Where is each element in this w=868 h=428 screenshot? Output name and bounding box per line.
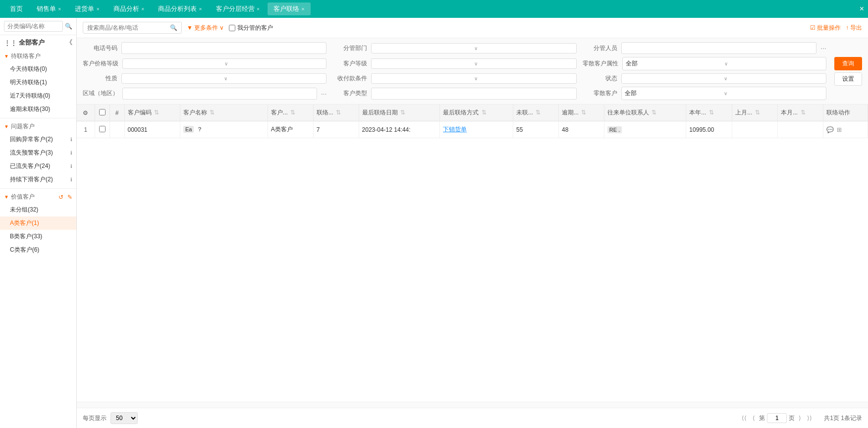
close-all-button[interactable]: × [860, 4, 864, 13]
sidebar-item-c-class[interactable]: C类客户(6) [0, 243, 76, 257]
filter-manager: 分管人员 ··· [583, 42, 826, 54]
not-contacted-column-header[interactable]: 未联... ⇅ [513, 105, 559, 121]
nature-select[interactable]: ∨ [121, 73, 326, 84]
status-select[interactable]: ∨ [621, 73, 826, 84]
sidebar-search-icon[interactable]: 🔍 [65, 23, 72, 30]
retail-customer-select[interactable]: 全部 ∨ [621, 87, 826, 100]
sidebar-item-declining[interactable]: 持续下滑客户(2) ℹ [0, 173, 76, 186]
nav-sales[interactable]: 销售单 × [31, 2, 67, 15]
this-month-column-header[interactable]: 本月... ⇅ [778, 105, 823, 121]
row-last-way-cell: 下销货单 [440, 121, 513, 138]
prev-page-button[interactable]: ⟨ [751, 414, 757, 423]
filter-retail-attr: 零散客户属性 全部 ∨ [583, 57, 826, 70]
sidebar-item-7days-contact[interactable]: 近7天待联络(0) [0, 89, 76, 103]
my-customers-check[interactable] [229, 25, 235, 31]
code-column-header[interactable]: 客户编码 ⇅ [124, 105, 180, 121]
gear-column-header[interactable]: ⚙ [77, 105, 95, 121]
status-arrow: ∨ [724, 76, 823, 81]
sidebar-search-input[interactable] [4, 21, 63, 32]
contact-count-column-header[interactable]: 联络... ⇅ [313, 105, 359, 121]
name-column-header[interactable]: 客户名称 ⇅ [180, 105, 268, 121]
main-content: 🔍 ▼ 更多条件 ∨ 我分管的客户 ☑ 批量操作 ↑ 导出 [77, 18, 868, 428]
nav-home[interactable]: 首页 [4, 2, 29, 15]
table-row: 1 000031 Ea ？ [77, 121, 868, 138]
grid-icon[interactable]: ⊞ [837, 126, 842, 133]
last-contact-way-column-header[interactable]: 最后联络方式 ⇅ [440, 105, 513, 121]
sidebar-item-tomorrow-contact[interactable]: 明天待联络(1) [0, 76, 76, 89]
row-index-cell [109, 121, 124, 138]
payment-select[interactable]: ∨ [371, 73, 576, 84]
customer-type-input[interactable] [371, 88, 576, 100]
main-search-box: 🔍 [83, 22, 182, 34]
action-column-header: 联络动作 [823, 105, 868, 121]
sidebar-item-b-class[interactable]: B类客户(33) [0, 230, 76, 243]
export-button[interactable]: ↑ 导出 [846, 24, 862, 32]
unit-contact-column-header[interactable]: 往来单位联系人 ⇅ [604, 105, 686, 121]
query-button[interactable]: 查询 [834, 57, 862, 70]
nav-customer-tier[interactable]: 客户分层经营 × [210, 2, 266, 15]
close-customer-contact-tab[interactable]: × [301, 6, 304, 12]
sidebar-item-a-class[interactable]: A类客户(1) [0, 216, 76, 230]
main-search-icon[interactable]: 🔍 [170, 24, 177, 31]
chat-icon[interactable]: 💬 [826, 126, 834, 133]
filter-retail-customer: 零散客户 全部 ∨ [583, 87, 826, 100]
phone-input[interactable] [121, 42, 326, 54]
nav-customer-contact[interactable]: 客户联络 × [268, 2, 310, 15]
sidebar-item-churned[interactable]: 已流失客户(24) ℹ [0, 160, 76, 173]
close-customer-tier-tab[interactable]: × [257, 6, 260, 12]
nav-purchase[interactable]: 进货单 × [69, 2, 105, 15]
main-search-input[interactable] [87, 24, 170, 31]
page-number-input[interactable] [767, 413, 787, 423]
manager-input[interactable] [621, 42, 817, 54]
edit-value-icon[interactable]: ✎ [67, 194, 72, 201]
dept-select[interactable]: ∨ [371, 43, 576, 54]
group-problem-customers: ▼ 问题客户 [0, 120, 76, 133]
row-actions-cell: 💬 ⊞ [823, 121, 868, 138]
filter-dept: 分管部门 ∨ [332, 42, 576, 54]
more-conditions-button[interactable]: ▼ 更多条件 ∨ [187, 24, 224, 32]
customer-type-column-header[interactable]: 客户... ⇅ [268, 105, 313, 121]
first-page-button[interactable]: ⟨⟨ [740, 414, 749, 423]
region-more-btn[interactable]: ··· [321, 90, 327, 98]
retail-attr-select[interactable]: 全部 ∨ [622, 57, 826, 70]
page-size-select[interactable]: 50 100 200 [110, 412, 138, 424]
page-navigation: ⟨⟨ ⟨ 第 页 ⟩ ⟩⟩ [740, 413, 814, 423]
horizontal-scroll-area[interactable] [77, 402, 868, 408]
row-last-date-cell: 2023-04-12 14:44: [359, 121, 440, 138]
select-all-checkbox[interactable] [99, 109, 106, 115]
all-customers-header[interactable]: ⋮⋮ 全部客户 《 [0, 35, 76, 50]
close-sales-tab[interactable]: × [58, 6, 61, 12]
type-sort-icon: ⇅ [290, 109, 295, 116]
close-product-analysis-list-tab[interactable]: × [199, 6, 202, 12]
overdue-column-header[interactable]: 逾期... ⇅ [558, 105, 604, 121]
customer-level-select[interactable]: ∨ [371, 58, 576, 69]
sidebar-item-abnormal-repurchase[interactable]: 回购异常客户(2) ℹ [0, 133, 76, 146]
table-header-row: ⚙ # 客户编码 ⇅ 客户名称 ⇅ [77, 105, 868, 121]
name-sort-icon: ⇅ [210, 109, 215, 116]
sidebar-item-overdue-contact[interactable]: 逾期未联络(30) [0, 103, 76, 116]
nav-product-analysis-list[interactable]: 商品分析列表 × [152, 2, 208, 15]
last-month-column-header[interactable]: 上月... ⇅ [732, 105, 778, 121]
sidebar-item-unclassified[interactable]: 未分组(32) [0, 203, 76, 216]
region-input[interactable] [122, 88, 317, 100]
price-level-select[interactable]: ∨ [122, 58, 326, 69]
next-page-button[interactable]: ⟩ [797, 414, 803, 423]
nav-product-analysis[interactable]: 商品分析 × [108, 2, 150, 15]
close-purchase-tab[interactable]: × [96, 6, 99, 12]
close-product-analysis-tab[interactable]: × [141, 6, 144, 12]
this-year-column-header[interactable]: 本年... ⇅ [686, 105, 732, 121]
settings-button[interactable]: 设置 [834, 72, 862, 86]
sidebar-item-churn-warning[interactable]: 流失预警客户(3) ℹ [0, 146, 76, 160]
batch-operation-button[interactable]: ☑ 批量操作 [810, 24, 841, 32]
collapse-icon[interactable]: 《 [66, 38, 72, 47]
refresh-value-icon[interactable]: ↺ [58, 194, 63, 201]
last-contact-way-link[interactable]: 下销货单 [443, 126, 467, 133]
manager-more-btn[interactable]: ··· [820, 44, 826, 52]
triangle-icon-2: ▼ [4, 124, 9, 129]
my-customers-checkbox[interactable]: 我分管的客户 [229, 24, 273, 32]
last-page-button[interactable]: ⟩⟩ [805, 414, 814, 423]
row-checkbox[interactable] [99, 126, 106, 132]
sidebar-item-today-contact[interactable]: 今天待联络(0) [0, 62, 76, 76]
info-icon-4: ℹ [70, 177, 72, 182]
last-contact-date-column-header[interactable]: 最后联络日期 ⇅ [359, 105, 440, 121]
